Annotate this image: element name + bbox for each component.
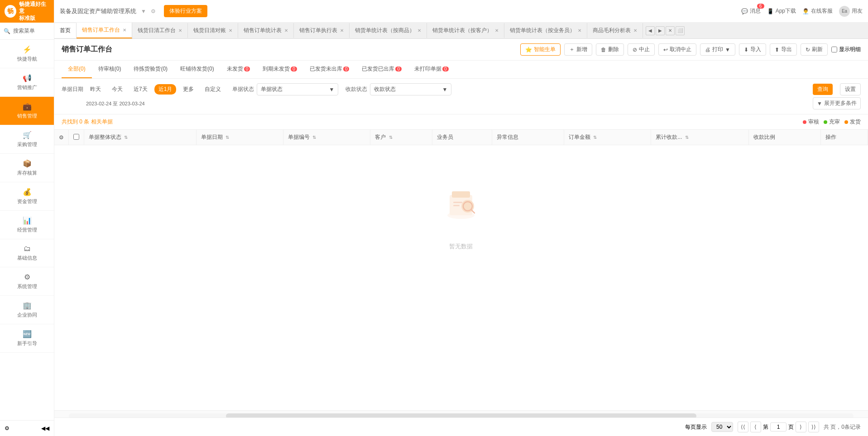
tab-sales-exec[interactable]: 销售订单执行表 ✕: [294, 23, 350, 38]
tab-sales-staff[interactable]: 销货单统计表（按业务员） ✕: [504, 23, 587, 38]
status-select[interactable]: 单据状态 ▼: [257, 83, 338, 95]
date-1month[interactable]: 近1月: [154, 84, 177, 95]
tab-sales-stats[interactable]: 销售订单统计表 ✕: [238, 23, 294, 38]
delete-btn[interactable]: 🗑 删除: [596, 43, 624, 56]
settings-icon[interactable]: ⚙: [5, 425, 10, 431]
revoke-quick-btn[interactable]: 充审: [824, 118, 840, 126]
date-more[interactable]: 更多: [179, 84, 198, 95]
subtab-not-printed[interactable]: 未打印单据0: [408, 61, 455, 78]
page-size-select[interactable]: 50: [711, 422, 733, 432]
tab-close-cash-daily[interactable]: ✕: [178, 28, 182, 33]
export-btn[interactable]: ⬆ 导出: [770, 43, 797, 56]
tab-close-all-btn[interactable]: ✕: [666, 26, 675, 35]
subtab-not-shipped[interactable]: 未发货0: [221, 61, 257, 78]
sidebar-item-system[interactable]: ⚙ 系统管理: [0, 267, 54, 296]
ship-dot: [844, 120, 848, 124]
amount-sort-icon[interactable]: ⇅: [593, 135, 597, 140]
next-page-btn[interactable]: ⟩: [796, 422, 806, 432]
tab-close-sales-workbench[interactable]: ✕: [123, 28, 126, 33]
tab-cash-daily[interactable]: 钱货日清工作台 ✕: [132, 23, 188, 38]
cancel-suspend-btn[interactable]: ↩ 取消中止: [658, 43, 696, 56]
tab-maximize-btn[interactable]: ⬜: [676, 26, 685, 35]
date-today[interactable]: 今天: [108, 84, 127, 95]
subtab-wangpu[interactable]: 旺铺待发货(0): [174, 61, 221, 78]
subtab-shipped-not-in[interactable]: 已发货未出库0: [303, 61, 356, 78]
number-sort-icon[interactable]: ⇅: [312, 135, 316, 140]
user-action[interactable]: Ea 用友: [839, 6, 863, 17]
message-action[interactable]: 💬 消息 6: [741, 7, 761, 15]
search-menu[interactable]: 🔍 搜索菜单: [0, 23, 54, 40]
settings-btn[interactable]: 设置: [840, 83, 861, 95]
tab-gross-margin[interactable]: 商品毛利分析表 ✕: [587, 23, 643, 38]
subtab-pending-inspect[interactable]: 待拣货验货(0): [127, 61, 174, 78]
suspend-btn[interactable]: ⊘ 中止: [628, 43, 655, 56]
refresh-btn[interactable]: ↻ 刷新: [801, 43, 828, 56]
payment-select[interactable]: 收款状态 ▼: [370, 83, 451, 95]
date-sort-icon[interactable]: ⇅: [225, 135, 229, 140]
date-custom[interactable]: 自定义: [201, 84, 225, 95]
expand-filter-btn[interactable]: ▼ 展开更多条件: [813, 97, 861, 109]
select-all-checkbox[interactable]: [73, 134, 79, 140]
collected-sort-icon[interactable]: ⇅: [685, 135, 689, 140]
app-action[interactable]: 📱 App下载: [767, 7, 796, 15]
show-detail-checkbox[interactable]: 显示明细: [831, 46, 861, 53]
date-7days[interactable]: 近7天: [129, 84, 152, 95]
review-quick-btn[interactable]: 审核: [803, 118, 819, 126]
tab-close-sales-staff[interactable]: ✕: [578, 28, 581, 33]
collapse-icon[interactable]: ◀◀: [41, 425, 49, 431]
sidebar-item-operations[interactable]: 📊 经营管理: [0, 211, 54, 239]
tab-close-sales-exec[interactable]: ✕: [340, 28, 344, 33]
date-yesterday[interactable]: 昨天: [86, 84, 105, 95]
smart-create-btn[interactable]: ⭐ 智能生单: [520, 43, 561, 56]
tab-nav: ◀ ▶ ✕ ⬜: [643, 26, 687, 35]
industry-btn[interactable]: 体验行业方案: [164, 5, 207, 17]
tab-close-gross-margin[interactable]: ✕: [633, 28, 637, 33]
tab-close-sales-stats[interactable]: ✕: [284, 28, 288, 33]
quick-actions: 审核 充审 发货: [803, 118, 861, 126]
ship-quick-btn[interactable]: 发货: [844, 118, 861, 126]
tab-close-sales-product[interactable]: ✕: [417, 28, 421, 33]
tab-sales-product[interactable]: 销货单统计表（按商品） ✕: [350, 23, 427, 38]
prev-page-btn[interactable]: ⟨: [750, 422, 761, 432]
sidebar-item-inventory[interactable]: 📦 库存核算: [0, 154, 54, 182]
sidebar-item-basic-info[interactable]: 🗂 基础信息: [0, 239, 54, 267]
tab-sales-workbench[interactable]: 销售订单工作台 ✕: [77, 23, 132, 38]
sidebar-item-marketing[interactable]: 📢 营销推广: [0, 68, 54, 97]
col-settings[interactable]: ⚙: [54, 130, 69, 145]
add-btn[interactable]: ＋ 新增: [564, 43, 592, 56]
first-page-btn[interactable]: ⟨⟨: [738, 422, 748, 432]
import-btn[interactable]: ⬇ 导入: [739, 43, 766, 56]
filter-row: 单据日期 昨天 今天 近7天 近1月 更多 自定义 单据状态 单据状态 ▼: [62, 83, 861, 95]
tab-next-btn[interactable]: ▶: [656, 26, 665, 35]
sidebar-item-guide[interactable]: 🆕 新手引导: [0, 324, 54, 353]
tab-close-sales-customer[interactable]: ✕: [495, 28, 499, 33]
subtab-shipped-out[interactable]: 已发货已出库0: [355, 61, 408, 78]
topbar-dropdown-icon[interactable]: ▼: [141, 8, 146, 14]
sidebar-item-finance[interactable]: 💰 资金管理: [0, 182, 54, 211]
main-area: 装备及固定资产辅助管理系统 ▼ ⚙ 体验行业方案 💬 消息 6 📱 App下载 …: [54, 0, 868, 436]
tab-cash-reconcile[interactable]: 钱货日清对账 ✕: [188, 23, 238, 38]
subtab-expired-not-shipped[interactable]: 到期未发货0: [256, 61, 303, 78]
show-detail-input[interactable]: [831, 47, 837, 52]
topbar-gear-icon[interactable]: ⚙: [151, 8, 156, 14]
sidebar-item-purchase[interactable]: 🛒 采购管理: [0, 125, 54, 154]
customer-sort-icon[interactable]: ⇅: [389, 135, 393, 140]
tab-close-cash-reconcile[interactable]: ✕: [229, 28, 232, 33]
col-number: 单据编号 ⇅: [283, 130, 370, 145]
sidebar-item-sales[interactable]: 💼 销售管理: [0, 97, 54, 125]
content-area: 销售订单工作台 ⭐ 智能生单 ＋ 新增 🗑 删除 ⊘ 中止: [54, 39, 868, 436]
subtab-pending-review[interactable]: 待审核(0): [92, 61, 128, 78]
tab-home[interactable]: 首页: [54, 23, 77, 38]
print-btn[interactable]: 🖨 打印 ▼: [700, 43, 735, 56]
subtab-all[interactable]: 全部(0): [62, 61, 92, 78]
tab-prev-btn[interactable]: ◀: [646, 26, 655, 35]
current-page-input[interactable]: [770, 422, 786, 431]
search-btn[interactable]: 查询: [813, 84, 833, 95]
status-sort-icon[interactable]: ⇅: [124, 135, 128, 140]
service-action[interactable]: 👨‍💼 在线客服: [802, 7, 833, 15]
tab-sales-customer[interactable]: 销货单统计表（按客户） ✕: [427, 23, 504, 38]
col-checkbox[interactable]: [69, 130, 84, 145]
last-page-btn[interactable]: ⟩⟩: [808, 422, 819, 432]
sidebar-item-quick-nav[interactable]: ⚡ 快捷导航: [0, 40, 54, 68]
sidebar-item-enterprise[interactable]: 🏢 企业协同: [0, 296, 54, 324]
